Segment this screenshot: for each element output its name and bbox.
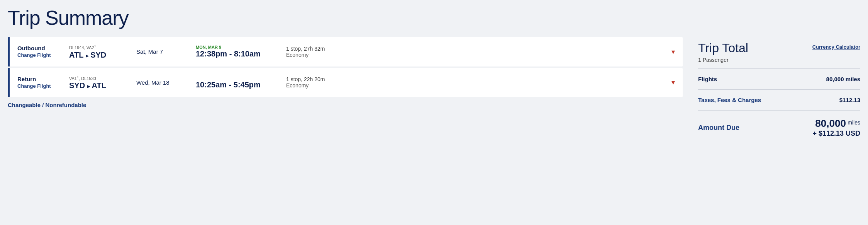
taxes-label: Taxes, Fees & Charges bbox=[698, 97, 761, 103]
return-times-group: 10:25am - 5:45pm bbox=[196, 76, 273, 89]
outbound-times-group: MON, MAR 9 12:38pm - 8:10am bbox=[196, 45, 273, 58]
page-title: Trip Summary bbox=[8, 6, 683, 29]
page-container: Trip Summary Outbound Change Flight DL19… bbox=[8, 6, 860, 141]
outbound-stops: 1 stop, 27h 32m bbox=[286, 46, 340, 52]
outbound-route-text: ATL ▸ SYD bbox=[69, 51, 119, 60]
amount-due-miles-suffix: miles bbox=[848, 119, 860, 126]
amount-due-miles-line: 80,000 miles bbox=[812, 118, 860, 130]
return-stops: 1 stop, 22h 20m bbox=[286, 76, 340, 82]
trip-total-title: Trip Total bbox=[698, 41, 748, 55]
flights-cost-row: Flights 80,000 miles bbox=[698, 73, 860, 85]
return-label-group: Return Change Flight bbox=[17, 76, 60, 89]
return-flight-card: Return Change Flight VA11, DL1530 SYD ▸ … bbox=[8, 68, 683, 97]
divider-1 bbox=[698, 68, 860, 69]
left-panel: Trip Summary Outbound Change Flight DL19… bbox=[8, 6, 683, 141]
return-times-value: 10:25am - 5:45pm bbox=[196, 80, 273, 89]
outbound-stops-group: 1 stop, 27h 32m Economy bbox=[286, 46, 340, 58]
taxes-cost-row: Taxes, Fees & Charges $112.13 bbox=[698, 94, 860, 106]
outbound-flight-number: DL1944, VA21 bbox=[69, 44, 119, 50]
flights-value: 80,000 miles bbox=[826, 76, 860, 82]
amount-due-usd: + $112.13 USD bbox=[812, 130, 860, 138]
flights-label: Flights bbox=[698, 76, 717, 82]
outbound-cabin: Economy bbox=[286, 52, 340, 58]
outbound-change-flight-link[interactable]: Change Flight bbox=[17, 52, 51, 58]
divider-2 bbox=[698, 89, 860, 90]
currency-calculator-link[interactable]: Currency Calculator bbox=[812, 41, 860, 50]
outbound-times-value: 12:38pm - 8:10am bbox=[196, 49, 273, 58]
right-panel: Trip Total Currency Calculator 1 Passeng… bbox=[698, 6, 860, 141]
amount-due-value-group: 80,000 miles + $112.13 USD bbox=[812, 118, 860, 138]
return-change-flight-link[interactable]: Change Flight bbox=[17, 83, 51, 89]
return-route-text: SYD ▸ ATL bbox=[69, 81, 119, 90]
amount-due-miles: 80,000 bbox=[815, 118, 846, 129]
return-date: Wed, Mar 18 bbox=[136, 79, 179, 86]
divider-3 bbox=[698, 110, 860, 111]
outbound-route-group: DL1944, VA21 ATL ▸ SYD bbox=[69, 44, 119, 60]
outbound-chevron-icon[interactable]: ▾ bbox=[671, 48, 675, 56]
amount-due-label: Amount Due bbox=[698, 124, 739, 132]
outbound-type-label: Outbound bbox=[17, 45, 60, 51]
changeable-footnote: Changeable / Nonrefundable bbox=[8, 102, 683, 108]
return-cabin: Economy bbox=[286, 82, 340, 89]
outbound-highlight-label: MON, MAR 9 bbox=[196, 45, 273, 49]
trip-total-header: Trip Total Currency Calculator bbox=[698, 41, 860, 55]
amount-due-row: Amount Due 80,000 miles + $112.13 USD bbox=[698, 114, 860, 141]
outbound-flight-card: Outbound Change Flight DL1944, VA21 ATL … bbox=[8, 37, 683, 66]
outbound-route-arrow: ▸ bbox=[86, 53, 88, 59]
taxes-value: $112.13 bbox=[839, 97, 860, 103]
return-chevron-icon[interactable]: ▾ bbox=[671, 78, 675, 87]
return-flight-number: VA11, DL1530 bbox=[69, 75, 119, 81]
outbound-label-group: Outbound Change Flight bbox=[17, 45, 60, 58]
return-type-label: Return bbox=[17, 76, 60, 82]
return-route-arrow: ▸ bbox=[87, 83, 90, 89]
return-route-group: VA11, DL1530 SYD ▸ ATL bbox=[69, 75, 119, 90]
return-stops-group: 1 stop, 22h 20m Economy bbox=[286, 76, 340, 89]
outbound-date: Sat, Mar 7 bbox=[136, 48, 179, 55]
passengers-count: 1 Passenger bbox=[698, 57, 860, 63]
